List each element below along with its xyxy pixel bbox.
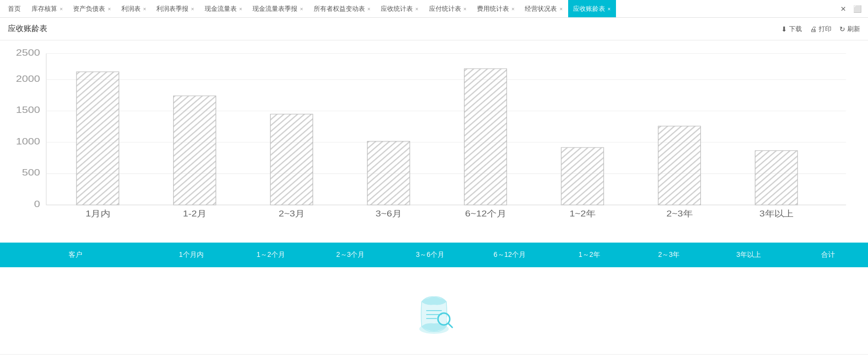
col-1-2month: 1～2个月 bbox=[231, 250, 310, 259]
svg-rect-18 bbox=[270, 114, 313, 205]
close-operation-tab[interactable]: × bbox=[559, 6, 562, 12]
tab-bar: 首页 库存核算 × 资产负债表 × 利润表 × 利润表季报 × 现金流量表 × … bbox=[0, 0, 868, 18]
table-header: 客户 1个月内 1～2个月 2～3个月 3～6个月 6～12个月 1～2年 2～… bbox=[0, 243, 868, 267]
tab-home[interactable]: 首页 bbox=[2, 4, 27, 13]
tab-ap-stat[interactable]: 应付统计表 × bbox=[424, 0, 472, 18]
svg-text:2~3月: 2~3月 bbox=[279, 209, 305, 218]
close-equity-tab[interactable]: × bbox=[367, 6, 370, 12]
tab-operation[interactable]: 经营状况表 × bbox=[520, 0, 568, 18]
svg-rect-26 bbox=[658, 126, 701, 205]
tab-ar-stat[interactable]: 应收统计表 × bbox=[376, 0, 424, 18]
close-expense-stat-tab[interactable]: × bbox=[511, 6, 514, 12]
tab-cashflow-quarterly[interactable]: 现金流量表季报 × bbox=[248, 0, 308, 18]
col-total: 合计 bbox=[789, 250, 868, 259]
svg-text:1~2年: 1~2年 bbox=[570, 209, 596, 218]
tab-cashflow[interactable]: 现金流量表 × bbox=[200, 0, 248, 18]
refresh-label: 刷新 bbox=[847, 25, 860, 34]
close-profit-quarterly-tab[interactable]: × bbox=[191, 6, 194, 12]
print-button[interactable]: 🖨 打印 bbox=[810, 25, 832, 34]
print-icon: 🖨 bbox=[810, 25, 817, 33]
svg-rect-28 bbox=[755, 151, 797, 205]
col-6-12month: 6～12个月 bbox=[470, 250, 549, 259]
svg-text:6~12个月: 6~12个月 bbox=[465, 209, 506, 218]
tab-profit[interactable]: 利润表 × bbox=[116, 0, 151, 18]
svg-text:0: 0 bbox=[34, 198, 40, 209]
header-actions: ⬇ 下载 🖨 打印 ↻ 刷新 bbox=[781, 25, 860, 34]
bar-chart: 0 500 1000 1500 2000 2500 1月内 1-2月 2~3月 bbox=[10, 48, 858, 226]
tab-balance[interactable]: 资产负债表 × bbox=[68, 0, 116, 18]
page-header: 应收账龄表 ⬇ 下载 🖨 打印 ↻ 刷新 bbox=[0, 18, 868, 40]
svg-text:1000: 1000 bbox=[16, 136, 40, 146]
page-title: 应收账龄表 bbox=[8, 24, 47, 34]
close-cashflow-quarterly-tab[interactable]: × bbox=[300, 6, 303, 12]
svg-rect-14 bbox=[76, 72, 119, 205]
svg-text:2500: 2500 bbox=[16, 48, 40, 58]
empty-icon bbox=[407, 287, 461, 341]
print-label: 打印 bbox=[819, 25, 832, 34]
svg-line-36 bbox=[448, 323, 452, 327]
download-label: 下载 bbox=[789, 25, 802, 34]
close-window-button[interactable]: ✕ bbox=[838, 4, 848, 14]
col-3-6month: 3～6个月 bbox=[390, 250, 470, 259]
svg-text:1-2月: 1-2月 bbox=[183, 209, 207, 218]
tab-equity[interactable]: 所有者权益变动表 × bbox=[309, 0, 376, 18]
close-ar-stat-tab[interactable]: × bbox=[415, 6, 418, 12]
svg-text:1500: 1500 bbox=[16, 105, 40, 115]
svg-text:500: 500 bbox=[22, 167, 40, 178]
download-button[interactable]: ⬇ 下载 bbox=[781, 25, 802, 34]
download-icon: ⬇ bbox=[781, 25, 787, 33]
col-1month: 1个月内 bbox=[151, 250, 231, 259]
maximize-window-button[interactable]: ⬜ bbox=[852, 4, 862, 14]
col-2-3month: 2～3个月 bbox=[311, 250, 390, 259]
main-content: 0 500 1000 1500 2000 2500 1月内 1-2月 2~3月 bbox=[0, 40, 868, 354]
svg-text:2000: 2000 bbox=[16, 73, 40, 83]
tab-expense-stat[interactable]: 费用统计表 × bbox=[472, 0, 520, 18]
svg-point-35 bbox=[440, 316, 447, 322]
chart-area: 0 500 1000 1500 2000 2500 1月内 1-2月 2~3月 bbox=[0, 40, 868, 243]
tab-profit-quarterly[interactable]: 利润表季报 × bbox=[151, 0, 199, 18]
window-controls: ✕ ⬜ bbox=[838, 4, 866, 14]
refresh-icon: ↻ bbox=[839, 25, 845, 33]
close-ap-stat-tab[interactable]: × bbox=[464, 6, 467, 12]
tab-ar-aging[interactable]: 应收账龄表 × bbox=[568, 0, 616, 18]
svg-text:3~6月: 3~6月 bbox=[376, 209, 402, 218]
svg-text:2~3年: 2~3年 bbox=[666, 209, 692, 218]
close-balance-tab[interactable]: × bbox=[108, 6, 110, 12]
empty-state bbox=[0, 267, 868, 354]
refresh-button[interactable]: ↻ 刷新 bbox=[839, 25, 860, 34]
tab-inventory[interactable]: 库存核算 × bbox=[27, 0, 68, 18]
col-2-3year: 2～3年 bbox=[629, 250, 709, 259]
svg-text:3年以上: 3年以上 bbox=[760, 209, 794, 218]
close-inventory-tab[interactable]: × bbox=[60, 6, 63, 12]
svg-rect-20 bbox=[367, 141, 410, 205]
svg-text:1月内: 1月内 bbox=[85, 209, 109, 218]
svg-rect-22 bbox=[464, 69, 506, 205]
close-profit-tab[interactable]: × bbox=[143, 6, 146, 12]
close-cashflow-tab[interactable]: × bbox=[239, 6, 242, 12]
col-1-2year: 1～2年 bbox=[549, 250, 629, 259]
col-customer: 客户 bbox=[0, 250, 151, 259]
svg-rect-16 bbox=[174, 96, 216, 205]
col-3plus-year: 3年以上 bbox=[709, 250, 788, 259]
close-ar-aging-tab[interactable]: × bbox=[608, 6, 611, 12]
svg-rect-24 bbox=[561, 147, 604, 205]
